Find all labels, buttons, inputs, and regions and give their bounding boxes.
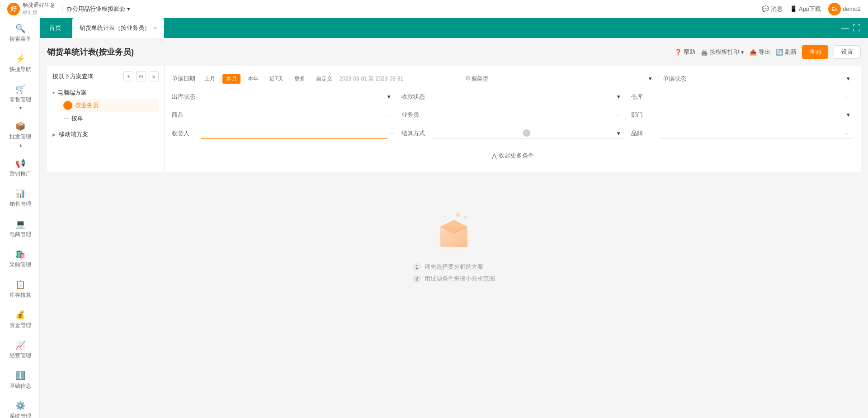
export-button[interactable]: 📤 导出: [750, 48, 770, 56]
consignee-input[interactable]: [201, 128, 387, 139]
warehouse-field: 仓库 ···: [631, 91, 854, 102]
print-button[interactable]: 🖨️ 按模板打印 ▾: [701, 48, 744, 56]
help-label: 帮助: [684, 48, 695, 56]
date-custom[interactable]: 自定义: [312, 74, 336, 84]
collapse-row: ⋀ 收起更多条件: [172, 146, 854, 165]
salesperson-field: 业务员 ···: [401, 109, 624, 120]
sidebar-item-operations[interactable]: 📈 经营管理: [0, 335, 39, 365]
svg-point-6: [444, 216, 446, 218]
goods-select[interactable]: ···: [201, 109, 394, 120]
sidebar-item-wholesale[interactable]: 📦 批发管理 ▴: [0, 116, 39, 153]
collapse-button[interactable]: ⋀ 收起更多条件: [486, 150, 539, 162]
sidebar-item-finance[interactable]: 💰 资金管理: [0, 304, 39, 335]
form-row-1: 单据日期 上月 本月 本年 近7天 更多 自定义 2023-03-01 至 20…: [172, 73, 854, 84]
sidebar-label-operations: 经营管理: [9, 352, 31, 360]
tab-minimize-button[interactable]: —: [841, 24, 849, 33]
consignee-field: 收货人 ···: [172, 128, 394, 139]
sidebar-item-marketing[interactable]: 📢 营销推广: [0, 153, 39, 183]
sidebar-item-basic[interactable]: ℹ️ 基础信息: [0, 365, 39, 395]
tab-close-button[interactable]: ×: [154, 25, 157, 31]
help-button[interactable]: ❓ 帮助: [675, 48, 695, 56]
dept-select[interactable]: ▾: [660, 109, 854, 120]
query-button[interactable]: 查询: [802, 45, 828, 59]
app-download-label: App下载: [799, 5, 821, 13]
salesperson-label: 业务员: [401, 111, 427, 119]
tree-desktop[interactable]: ▾ 电脑端方案: [52, 87, 159, 99]
order-status-field: 单据状态 ▾: [663, 73, 854, 84]
hint-text-1: 请先选择要分析的方案: [425, 263, 483, 271]
sidebar-item-ecommerce[interactable]: 💻 电商管理: [0, 214, 39, 244]
date-this-month[interactable]: 本月: [222, 74, 241, 84]
sidebar-item-shortcut[interactable]: ⚡ 快捷导航: [0, 48, 39, 79]
date-prev-month[interactable]: 上月: [201, 74, 219, 84]
edit-scheme-button[interactable]: ⊙: [136, 71, 146, 81]
date-this-year[interactable]: 本年: [244, 74, 262, 84]
tree-active-item[interactable]: 按业务员: [60, 99, 159, 112]
app-name: 办公用品行业模拟账套: [66, 5, 125, 13]
date-filter: 上月 本月 本年 近7天 更多 自定义 2023-03-01 至 2023-03…: [201, 74, 403, 84]
message-button[interactable]: 💬 消息: [762, 5, 783, 13]
tree-sub: 按业务员 ⋯ 按单: [52, 99, 159, 125]
sidebar-label-shortcut: 快捷导航: [9, 66, 31, 73]
page-header: 销货单统计表(按业务员) ❓ 帮助 🖨️ 按模板打印 ▾ 📤: [47, 45, 861, 59]
app-download-button[interactable]: 📱 App下载: [790, 5, 821, 13]
sidebar-item-retail[interactable]: 🛒 零售管理 ▾: [0, 79, 39, 116]
sidebar-item-purchase[interactable]: 🛍️ 采购管理: [0, 244, 39, 274]
warehouse-select[interactable]: ···: [660, 91, 854, 102]
brand-select[interactable]: ···: [660, 128, 854, 139]
settlement-select[interactable]: × ▾: [430, 128, 624, 139]
collapse-up-icon: ⋀: [492, 152, 497, 159]
dept-chevron: ▾: [847, 111, 850, 118]
sidebar-item-sales[interactable]: 📊 销售管理: [0, 183, 39, 214]
tree-mobile[interactable]: ▶ 移动端方案: [52, 128, 159, 140]
sub-item2-icon: ⋯: [63, 115, 69, 122]
purchase-icon: 🛍️: [15, 249, 25, 259]
settlement-clear-button[interactable]: ×: [523, 129, 530, 137]
goods-label: 商品: [172, 111, 197, 119]
order-status-chevron: ▾: [847, 75, 850, 82]
tab-home[interactable]: 首页: [40, 18, 71, 38]
wholesale-icon: 📦: [15, 121, 25, 131]
stock-status-select[interactable]: ▾: [201, 91, 394, 102]
collapse-scheme-button[interactable]: «: [149, 71, 159, 81]
tree-desktop-label: 电脑端方案: [57, 89, 87, 97]
brand-label: 品牌: [631, 129, 656, 138]
sidebar-item-inventory[interactable]: 📋 库存核算: [0, 274, 39, 304]
empty-hint-2: 2 用过滤条件来缩小分析范围: [413, 275, 495, 283]
app-selector[interactable]: 办公用品行业模拟账套 ▾: [62, 5, 134, 13]
user-profile[interactable]: Ea demo2: [828, 3, 861, 15]
date-7days[interactable]: 近7天: [266, 74, 287, 84]
print-chevron: ▾: [741, 49, 744, 56]
operations-icon: 📈: [15, 340, 25, 350]
brand-dots: ···: [845, 130, 850, 137]
order-type-select[interactable]: ▾: [494, 73, 656, 84]
date-more[interactable]: 更多: [291, 74, 309, 84]
finance-icon: 💰: [15, 310, 25, 320]
payment-status-field: 收款状态 ▾: [401, 91, 624, 102]
payment-status-select[interactable]: ▾: [430, 91, 624, 102]
add-scheme-button[interactable]: +: [123, 71, 133, 81]
tab-home-label: 首页: [49, 24, 61, 32]
tab-active[interactable]: 销货单统计表（按业务员） ×: [72, 18, 164, 38]
page-actions: ❓ 帮助 🖨️ 按模板打印 ▾ 📤 导出 �: [675, 45, 861, 59]
sidebar-item-search[interactable]: 🔍 搜索菜单: [0, 18, 39, 48]
top-bar-left: 好 畅捷通好生意 标准版 办公用品行业模拟账套 ▾: [7, 2, 134, 16]
salesperson-select[interactable]: ···: [430, 109, 624, 120]
consignee-label: 收货人: [172, 129, 197, 138]
refresh-icon: 🔄: [776, 49, 783, 56]
search-icon: 🔍: [15, 24, 25, 33]
tree-sub-item2[interactable]: ⋯ 按单: [60, 112, 159, 125]
empty-state: 1 请先选择要分析的方案 2 用过滤条件来缩小分析范围: [47, 172, 861, 323]
order-status-select[interactable]: ▾: [692, 73, 854, 84]
tab-fullscreen-button[interactable]: ⛶: [853, 24, 861, 33]
goods-field: 商品 ···: [172, 109, 394, 120]
logo-label: 标准版: [23, 9, 55, 16]
sidebar-item-system[interactable]: ⚙️ 系统管理: [0, 395, 39, 418]
filter-right: 单据日期 上月 本月 本年 近7天 更多 自定义 2023-03-01 至 20…: [165, 66, 861, 172]
content-area: 首页 销货单统计表（按业务员） × — ⛶ 销货单统计表(按业务员) ❓: [40, 18, 868, 418]
warehouse-dots: ···: [845, 93, 850, 100]
form-row-2: 出库状态 ▾ 收款状态: [172, 91, 854, 102]
settings-button[interactable]: 设置: [834, 45, 861, 59]
refresh-button[interactable]: 🔄 刷新: [776, 48, 797, 56]
sidebar-label-search: 搜索菜单: [9, 35, 31, 43]
